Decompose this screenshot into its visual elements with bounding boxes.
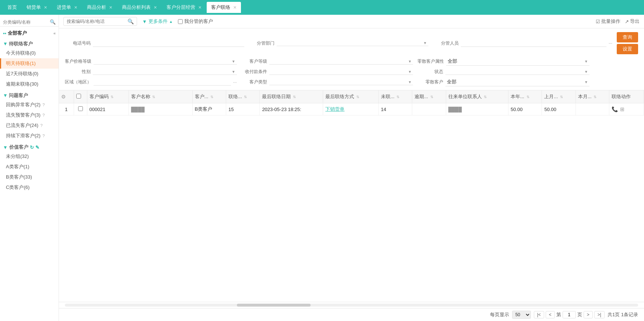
status-select[interactable]: ▼ <box>445 69 589 75</box>
sidebar-item-b-class[interactable]: B类客户(33) <box>0 172 59 182</box>
settings-button[interactable]: 设置 <box>617 44 638 54</box>
sidebar-item-tomorrow[interactable]: 明天待联络(1) <box>0 58 59 69</box>
region-label: 区域（地区） <box>65 79 91 85</box>
region-input[interactable] <box>94 79 231 86</box>
sort-overdue-icon[interactable]: ⇅ <box>430 95 433 99</box>
sidebar-item-overdue[interactable]: 逾期未联络(30) <box>0 79 59 89</box>
td-checkbox <box>74 103 87 115</box>
batch-op-btn[interactable]: ☑ 批量操作 <box>596 18 620 25</box>
query-button[interactable]: 查询 <box>617 32 638 42</box>
sidebar: 🔍 ▪▪ 全部客户 « ▼ 待联络客户 今天待联络(0) 明天待联络(1) 近7… <box>0 15 59 321</box>
retail-customer-select[interactable]: 全部 ▼ <box>445 78 589 86</box>
filter-panel: 电话号码 分管部门 ▼ 分管人员 ··· 查询 设置 <box>59 28 644 90</box>
sidebar-item-declining[interactable]: 持续下滑客户(2) ? <box>0 131 59 141</box>
more-conditions-btn[interactable]: ▼ 更多条件 ▲ <box>140 17 175 26</box>
nav-close-product-list[interactable]: ✕ <box>154 5 157 10</box>
customer-level-select[interactable]: ▼ <box>269 59 413 65</box>
export-btn[interactable]: ↗ 导出 <box>625 18 640 25</box>
dept-select[interactable]: ▼ <box>277 40 428 46</box>
search-input[interactable] <box>67 19 127 24</box>
my-customers-checkbox-label[interactable]: 我分管的客户 <box>178 18 213 25</box>
customer-type-arrow: ▼ <box>408 80 412 84</box>
nav-close-customer-contact[interactable]: ✕ <box>233 5 237 10</box>
nav-product-analysis[interactable]: 商品分析 ✕ <box>83 2 117 13</box>
phone-action-icon[interactable]: 📞 <box>612 106 618 112</box>
sidebar-collapse-icon[interactable]: « <box>53 31 56 35</box>
sidebar-item-7days[interactable]: 近7天待联络(0) <box>0 69 59 79</box>
nav-sales-order[interactable]: 销货单 ✕ <box>22 2 52 13</box>
status-label: 状态 <box>417 69 443 75</box>
prev-page-btn[interactable]: < <box>546 311 555 318</box>
nav-customer-tier[interactable]: 客户分层经营 ✕ <box>162 2 206 13</box>
sidebar-item-today[interactable]: 今天待联络(0) <box>0 48 59 58</box>
retail-customer-label: 零散客户 <box>417 79 443 85</box>
person-input[interactable] <box>461 40 606 47</box>
sidebar-search-input[interactable] <box>3 20 50 25</box>
sort-method-icon[interactable]: ⇅ <box>356 95 359 99</box>
nav-purchase[interactable]: 进货单 ✕ <box>52 2 82 13</box>
row-checkbox[interactable] <box>78 106 83 111</box>
nav-close-purchase[interactable]: ✕ <box>74 5 77 10</box>
grid-action-icon[interactable]: ⊞ <box>620 106 624 112</box>
sidebar-all-customers[interactable]: ▪▪ 全部客户 « <box>0 28 59 38</box>
th-name: 客户名称 ⇅ <box>129 90 192 103</box>
phone-input[interactable] <box>93 40 244 47</box>
filter-cell-price-level: 客户价格等级 ▼ <box>65 58 237 65</box>
filter-row-1: 电话号码 分管部门 ▼ 分管人员 ··· 查询 设置 <box>65 32 638 54</box>
search-icon[interactable]: 🔍 <box>127 18 134 24</box>
nav-close-product-analysis[interactable]: ✕ <box>109 5 112 10</box>
region-dots[interactable]: ··· <box>233 80 237 85</box>
nav-customer-contact[interactable]: 客户联络 ✕ <box>207 2 241 13</box>
sort-last-month-icon[interactable]: ⇅ <box>560 95 563 99</box>
sidebar-item-abnormal[interactable]: 回购异常客户(2) ? <box>0 100 59 110</box>
scrollbar-thumb[interactable] <box>237 304 311 307</box>
td-last-method-link[interactable]: 下销货单 <box>325 106 344 112</box>
first-page-btn[interactable]: |< <box>534 311 544 318</box>
gender-label: 性别 <box>65 69 91 75</box>
help-icon-churned[interactable]: ? <box>40 123 42 128</box>
sidebar-item-churn-warning[interactable]: 流失预警客户(3) ? <box>0 110 59 120</box>
sort-not-contacted-icon[interactable]: ⇅ <box>396 95 399 99</box>
next-page-btn[interactable]: > <box>584 311 593 318</box>
sidebar-item-ungroup[interactable]: 未分组(32) <box>0 151 59 162</box>
last-page-btn[interactable]: >| <box>594 311 605 318</box>
gender-select[interactable]: ▼ <box>93 69 237 75</box>
retail-attr-select[interactable]: 全部 ▼ <box>446 57 589 66</box>
th-overdue: 逾期... ⇅ <box>412 90 446 103</box>
sort-code-icon[interactable]: ⇅ <box>111 95 113 99</box>
sidebar-search-icon[interactable]: 🔍 <box>50 19 56 25</box>
table-settings-icon[interactable]: ⚙ <box>61 94 66 100</box>
payment-select[interactable]: ▼ <box>269 69 413 75</box>
th-code: 客户编码 ⇅ <box>87 90 129 103</box>
td-this-year: 50.00 <box>508 103 542 115</box>
nav-product-analysis-list[interactable]: 商品分析列表 ✕ <box>118 2 161 13</box>
customer-type-select[interactable]: ▼ <box>269 79 413 85</box>
nav-close-sales[interactable]: ✕ <box>44 5 47 10</box>
sort-date-icon[interactable]: ⇅ <box>293 95 296 99</box>
value-section-refresh[interactable]: ↻ <box>30 145 34 150</box>
retail-attr-label: 零散客户属性 <box>417 58 444 65</box>
price-level-select[interactable]: ▼ <box>94 59 237 65</box>
page-size-select[interactable]: 50 100 200 <box>512 311 531 319</box>
sidebar-item-churned[interactable]: 已流失客户(24) ? <box>0 120 59 131</box>
help-icon-abnormal[interactable]: ? <box>42 103 45 107</box>
nav-close-customer-tier[interactable]: ✕ <box>198 5 202 10</box>
sort-type-icon[interactable]: ⇅ <box>210 95 213 99</box>
sort-name-icon[interactable]: ⇅ <box>152 95 155 99</box>
page-number-input[interactable] <box>563 311 576 318</box>
scrollbar-track[interactable] <box>65 304 638 307</box>
help-icon-declining[interactable]: ? <box>42 134 45 138</box>
nav-home[interactable]: 首页 <box>3 2 21 13</box>
my-customers-checkbox[interactable] <box>178 19 183 24</box>
help-icon-churn-warning[interactable]: ? <box>42 113 45 117</box>
value-section-edit[interactable]: ✎ <box>35 145 39 150</box>
sort-contacts-icon[interactable]: ⇅ <box>244 95 247 99</box>
sort-company-icon[interactable]: ⇅ <box>484 95 487 99</box>
sidebar-item-a-class[interactable]: A类客户(1) <box>0 162 59 172</box>
sort-year-icon[interactable]: ⇅ <box>526 95 529 99</box>
select-all-checkbox[interactable] <box>76 94 81 99</box>
sidebar-item-c-class[interactable]: C类客户(6) <box>0 182 59 193</box>
filter-cell-payment: 收付款条件 ▼ <box>241 69 413 75</box>
person-dots[interactable]: ··· <box>609 41 612 46</box>
sort-this-month-icon[interactable]: ⇅ <box>594 95 596 99</box>
